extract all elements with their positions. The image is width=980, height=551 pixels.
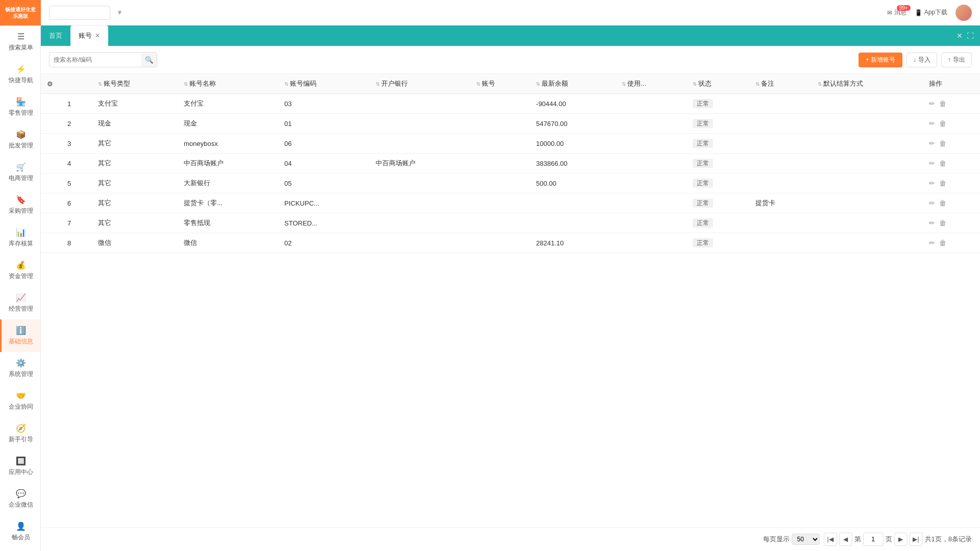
cell-name: 支付宝 — [178, 94, 278, 114]
sidebar-item-sys-mgmt[interactable]: ⚙️ 系统管理 — [0, 352, 40, 385]
sidebar-item-label: 电商管理 — [9, 174, 33, 183]
sidebar-item-basic-info[interactable]: ℹ️ 基础信息 — [0, 319, 40, 352]
dropdown-icon[interactable]: ▼ — [116, 9, 123, 16]
sidebar-item-label: 采购管理 — [9, 207, 33, 215]
delete-icon[interactable]: 🗑 — [939, 139, 946, 147]
sidebar-item-enterprise-agree[interactable]: 🤝 企业协同 — [0, 385, 40, 417]
cell-type: 其它 — [92, 134, 178, 154]
tab-home[interactable]: 首页 — [41, 26, 70, 46]
edit-icon[interactable]: ✏ — [929, 99, 935, 108]
cell-note — [749, 94, 812, 114]
delete-icon[interactable]: 🗑 — [939, 239, 946, 247]
page-nav: |◀ ◀ 第 页 ▶ ▶| 共1页，8条记录 — [824, 533, 972, 546]
col-note[interactable]: 备注 — [749, 74, 812, 94]
cell-code: 02 — [278, 233, 370, 253]
page-label: 第 — [854, 535, 861, 544]
delete-icon[interactable]: 🗑 — [939, 159, 946, 167]
tab-close-icon[interactable]: ✕ — [95, 32, 100, 39]
sidebar-item-purchase-mgmt[interactable]: 🔖 采购管理 — [0, 189, 40, 221]
app-download-button[interactable]: 📱 App下载 — [915, 8, 947, 17]
cell-default-payment — [812, 114, 923, 134]
avatar[interactable] — [955, 5, 972, 21]
cell-status: 正常 — [687, 233, 750, 253]
sidebar-item-new-guide[interactable]: 🧭 新手引导 — [0, 417, 40, 450]
edit-icon[interactable]: ✏ — [929, 179, 935, 187]
cell-no: 2 — [61, 114, 92, 134]
page-size-label: 每页显示 — [763, 535, 790, 544]
col-status[interactable]: 状态 — [687, 74, 750, 94]
search-button[interactable]: 🔍 — [141, 52, 157, 67]
sidebar-item-members[interactable]: 👤 畅会员 — [0, 515, 40, 548]
delete-icon[interactable]: 🗑 — [939, 219, 946, 227]
col-usage[interactable]: 使用... — [616, 74, 687, 94]
col-code[interactable]: 账号编码 — [278, 74, 370, 94]
edit-icon[interactable]: ✏ — [929, 139, 935, 147]
cell-name: 大新银行 — [178, 173, 278, 193]
sidebar-item-quick-nav[interactable]: ⚡ 快捷导航 — [0, 58, 40, 91]
delete-icon[interactable]: 🗑 — [939, 119, 946, 128]
sidebar-item-ecommerce-mgmt[interactable]: 🛒 电商管理 — [0, 156, 40, 189]
cell-no: 7 — [61, 213, 92, 233]
page-size-wrap: 每页显示 50 100 — [763, 534, 820, 545]
sidebar-item-ops-mgmt[interactable]: 📈 经营管理 — [0, 287, 40, 319]
sidebar-item-inventory[interactable]: 📊 库存核算 — [0, 221, 40, 254]
edit-icon[interactable]: ✏ — [929, 199, 935, 207]
message-badge: 99+ — [897, 5, 911, 11]
page-size-select[interactable]: 50 100 — [792, 534, 820, 545]
purchase-icon: 🔖 — [16, 195, 26, 205]
add-account-button[interactable]: + 新增账号 — [859, 53, 902, 67]
pagination: 每页显示 50 100 |◀ ◀ 第 页 ▶ ▶| 共1页，8条记录 — [41, 527, 980, 551]
tab-fullscreen-action[interactable]: ⛶ — [967, 32, 974, 40]
sidebar-item-wholesale-mgmt[interactable]: 📦 批发管理 — [0, 123, 40, 156]
col-name[interactable]: 账号名称 — [178, 74, 278, 94]
import-button[interactable]: ↓ 导入 — [906, 53, 937, 67]
cell-status: 正常 — [687, 134, 750, 154]
col-type[interactable]: 账号类型 — [92, 74, 178, 94]
table-row: 3 其它 moneybosx 06 10000.00 正常 ✏ 🗑 — [41, 134, 980, 154]
sidebar-item-label: 企业微信 — [9, 500, 33, 509]
col-account[interactable]: 账号 — [470, 74, 530, 94]
col-balance[interactable]: 最新余额 — [530, 74, 616, 94]
sidebar-item-label: 基础信息 — [9, 337, 33, 346]
accounts-table: ⚙ 账号类型 账号名称 账号编码 开户银行 账号 最新余额 使用... 状态 备… — [41, 74, 980, 253]
col-default-payment[interactable]: 默认结算方式 — [812, 74, 923, 94]
ecommerce-icon: 🛒 — [16, 162, 26, 172]
sidebar-item-retail-mgmt[interactable]: 🏪 零售管理 — [0, 91, 40, 123]
col-bank[interactable]: 开户银行 — [370, 74, 470, 94]
topbar-right: ✉ 消息 99+ 📱 App下载 — [887, 5, 972, 21]
cell-code: 06 — [278, 134, 370, 154]
status-badge: 正常 — [693, 198, 713, 208]
export-button[interactable]: ↑ 导出 — [941, 53, 972, 67]
edit-icon[interactable]: ✏ — [929, 239, 935, 247]
page-next-button[interactable]: ▶ — [894, 533, 908, 546]
delete-icon[interactable]: 🗑 — [939, 99, 946, 108]
edit-icon[interactable]: ✏ — [929, 119, 935, 128]
cell-status: 正常 — [687, 193, 750, 213]
page-last-button[interactable]: ▶| — [910, 533, 923, 546]
cell-code: PICKUPC... — [278, 193, 370, 213]
tab-close-action[interactable]: ✕ — [957, 32, 963, 40]
tab-actions: ✕ ⛶ — [957, 32, 980, 40]
cell-balance: -90444.00 — [530, 94, 616, 114]
sidebar-item-search-menu[interactable]: ☰ 搜索菜单 — [0, 26, 40, 58]
app-icon: 📱 — [915, 9, 922, 16]
page-number-input[interactable] — [863, 533, 884, 546]
sidebar-item-finance-mgmt[interactable]: 💰 资金管理 — [0, 254, 40, 287]
sidebar-item-label: 搜索菜单 — [9, 43, 33, 52]
page-first-button[interactable]: |◀ — [824, 533, 837, 546]
topbar-search-input[interactable] — [49, 6, 110, 20]
tab-account[interactable]: 账号 ✕ — [70, 26, 108, 46]
delete-icon[interactable]: 🗑 — [939, 199, 946, 207]
message-button[interactable]: ✉ 消息 99+ — [887, 8, 906, 17]
edit-icon[interactable]: ✏ — [929, 219, 935, 227]
edit-icon[interactable]: ✏ — [929, 159, 935, 167]
cell-balance: 10000.00 — [530, 134, 616, 154]
sidebar-item-enterprise-wx[interactable]: 💬 企业微信 — [0, 483, 40, 515]
cell-note — [749, 114, 812, 134]
search-input[interactable] — [50, 56, 141, 63]
cell-no: 1 — [61, 94, 92, 114]
delete-icon[interactable]: 🗑 — [939, 179, 946, 187]
sidebar-item-app-center[interactable]: 🔲 应用中心 — [0, 450, 40, 483]
col-settings[interactable]: ⚙ — [41, 74, 61, 94]
page-prev-button[interactable]: ◀ — [839, 533, 852, 546]
